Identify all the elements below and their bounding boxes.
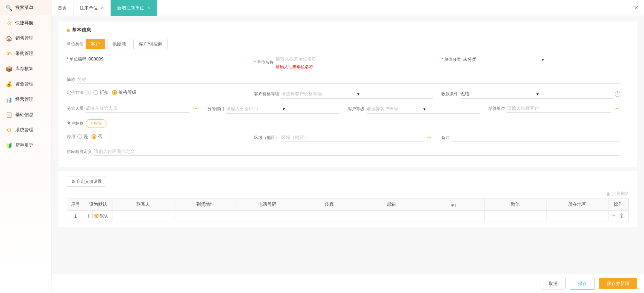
wechat-input[interactable] xyxy=(488,214,543,219)
disabled-yes[interactable]: 是 xyxy=(77,133,88,140)
tab-home[interactable]: 首页 xyxy=(52,0,73,16)
fax-input[interactable] xyxy=(302,214,356,219)
default-radio[interactable] xyxy=(94,214,99,218)
unit-category-select[interactable]: 未分类 ▾ xyxy=(463,55,620,64)
sidebar-label-inventory: 库存核算 xyxy=(15,66,33,72)
pricing-method-field: 定价方法 ? 折扣 价格等级 xyxy=(67,89,254,96)
unit-code-field: 单位编码 xyxy=(67,55,254,63)
unit-name-input[interactable] xyxy=(276,55,433,63)
disabled-no[interactable]: 否 xyxy=(92,133,102,140)
sidebar-item-basic[interactable]: 📋 基础信息 xyxy=(0,107,51,122)
sidebar-item-business[interactable]: 📊 经营管理 xyxy=(0,92,51,107)
manager-label: 分管人员 xyxy=(67,106,84,112)
sidebar-item-inventory[interactable]: 📦 库存核算 xyxy=(0,61,51,76)
contact-table: 序号 设为默认 联系人 到货地址 电话号码 传真 邮箱 qq 微信 所在地区 操… xyxy=(67,198,629,221)
row-email[interactable] xyxy=(360,211,422,221)
table-body: 1 默认 xyxy=(67,211,629,221)
sidebar-label-basic: 基础信息 xyxy=(15,112,33,118)
settlement-unit-input[interactable] xyxy=(507,104,611,113)
settlement-more-btn[interactable]: ··· xyxy=(613,105,620,112)
sidebar-item-finance[interactable]: 💰 资金管理 xyxy=(0,76,51,92)
save-button[interactable]: 保存 xyxy=(570,278,595,290)
search-icon: 🔍 xyxy=(6,4,13,11)
row-checkbox[interactable] xyxy=(88,214,93,218)
tab-new-unit-close[interactable]: ✕ xyxy=(147,6,150,10)
close-all-tabs[interactable]: ✕ xyxy=(628,5,644,11)
col-phone: 电话号码 xyxy=(236,198,298,211)
customer-level-select[interactable]: 请选择客户等级 ▾ xyxy=(367,104,480,114)
manager-input[interactable] xyxy=(86,104,189,113)
supplier-custom-field: 供应商自定义 xyxy=(67,147,629,156)
tab-unit[interactable]: 往来单位 ✕ xyxy=(73,0,111,16)
settings-gear-icon: ⚙ xyxy=(71,179,75,184)
contact-input[interactable] xyxy=(116,214,171,219)
sidebar-label-business: 经营管理 xyxy=(15,96,33,103)
table-row: 1 默认 xyxy=(67,211,629,221)
col-address: 到货地址 xyxy=(174,198,236,211)
payment-terms-label: 收款条件 xyxy=(441,91,458,97)
sidebar-item-newbie[interactable]: 🔰 新手引导 xyxy=(0,138,51,153)
unit-name-wrapper: 请输入往来单位名称 xyxy=(276,55,433,70)
unit-type-supplier[interactable]: 供应商 xyxy=(107,39,131,49)
phone-input[interactable] xyxy=(240,214,294,219)
batch-delete-btn[interactable]: 🗑 批量删除 xyxy=(67,191,629,197)
save-new-button[interactable]: 保存并新增 xyxy=(599,278,637,289)
tab-unit-close[interactable]: ✕ xyxy=(101,6,104,10)
pricing-method-label: 定价方法 xyxy=(67,90,84,96)
sidebar-item-sales[interactable]: 🏠 销售管理 xyxy=(0,31,51,46)
col-index: 序号 xyxy=(67,198,84,211)
cancel-button[interactable]: 取消 xyxy=(541,278,566,290)
short-name-input[interactable] xyxy=(77,75,620,84)
disabled-yes-circle xyxy=(77,134,82,139)
row-region[interactable] xyxy=(546,211,608,221)
sidebar-item-system[interactable]: ⚙ 系统管理 xyxy=(0,122,51,138)
region-field: 区域（地区） ··· xyxy=(254,133,441,142)
unit-name-error: 请输入往来单位名称 xyxy=(276,64,433,70)
row-address[interactable] xyxy=(174,211,236,221)
content-area: ■ 基本信息 单位类型 客户 供应商 客户/供应商 单位编码 xyxy=(52,16,644,274)
manager-more-btn[interactable]: ··· xyxy=(191,105,199,112)
pricing-discount[interactable]: 折扣 xyxy=(93,89,109,96)
supplier-custom-input[interactable] xyxy=(94,147,620,156)
shortname-row: 简称 xyxy=(67,75,629,84)
disabled-field: 停用 是 否 xyxy=(67,133,254,140)
sidebar-item-quicknav[interactable]: ⊙ 快捷导航 xyxy=(0,15,51,31)
row-fax[interactable] xyxy=(298,211,360,221)
row-qq[interactable] xyxy=(422,211,484,221)
payment-terms-select[interactable]: 现结 ▾ xyxy=(460,89,613,99)
customer-price-level-select[interactable]: 请选择客户价格等级 ▾ xyxy=(281,89,433,99)
region-row-input[interactable] xyxy=(550,214,605,219)
table-header: 序号 设为默认 联系人 到货地址 电话号码 传真 邮箱 qq 微信 所在地区 操… xyxy=(67,198,629,211)
remark-input[interactable] xyxy=(452,133,620,142)
email-input[interactable] xyxy=(364,214,418,219)
delete-row-btn[interactable]: 🗑 xyxy=(619,213,625,219)
department-select[interactable]: 请输入分管部门 ▾ xyxy=(226,104,340,114)
qq-input[interactable] xyxy=(426,214,480,219)
row-wechat[interactable] xyxy=(484,211,546,221)
pricing-price-level[interactable]: 价格等级 xyxy=(112,89,136,96)
row-contact[interactable] xyxy=(112,211,174,221)
tab-new-unit[interactable]: 新增往来单位 ✕ xyxy=(111,0,157,16)
payment-help-icon[interactable]: ? xyxy=(615,91,620,97)
region-more-btn[interactable]: ··· xyxy=(426,135,433,141)
row-phone[interactable] xyxy=(236,211,298,221)
address-input[interactable] xyxy=(178,214,233,219)
add-row-btn[interactable]: + xyxy=(612,213,615,219)
region-input[interactable] xyxy=(281,133,424,142)
default-radio-inner xyxy=(95,215,97,217)
table-card: ⚙ 自定义项设置 🗑 批量删除 序号 设为默认 联系人 到货地址 电话号码 传真 xyxy=(58,171,637,227)
pricing-help-icon[interactable]: ? xyxy=(86,90,91,95)
customer-tag-field: 客户标签 + 标签 xyxy=(67,119,629,128)
row-index: 1 xyxy=(67,211,84,221)
unit-type-both[interactable]: 客户/供应商 xyxy=(133,39,168,49)
cust-level-arrow-icon: ▾ xyxy=(423,106,480,112)
unit-type-customer[interactable]: 客户 xyxy=(86,39,105,49)
custom-settings-btn[interactable]: ⚙ 自定义项设置 xyxy=(67,177,106,187)
add-tag-btn[interactable]: + 标签 xyxy=(86,119,107,128)
col-qq: qq xyxy=(422,198,484,211)
sidebar-item-purchase[interactable]: 🛍 采购管理 xyxy=(0,46,51,61)
section-title: ■ 基本信息 xyxy=(67,27,629,33)
sidebar-item-search[interactable]: 🔍 搜索菜单 xyxy=(0,0,51,15)
unit-code-input[interactable] xyxy=(88,55,246,63)
unit-code-label: 单位编码 xyxy=(67,56,86,62)
